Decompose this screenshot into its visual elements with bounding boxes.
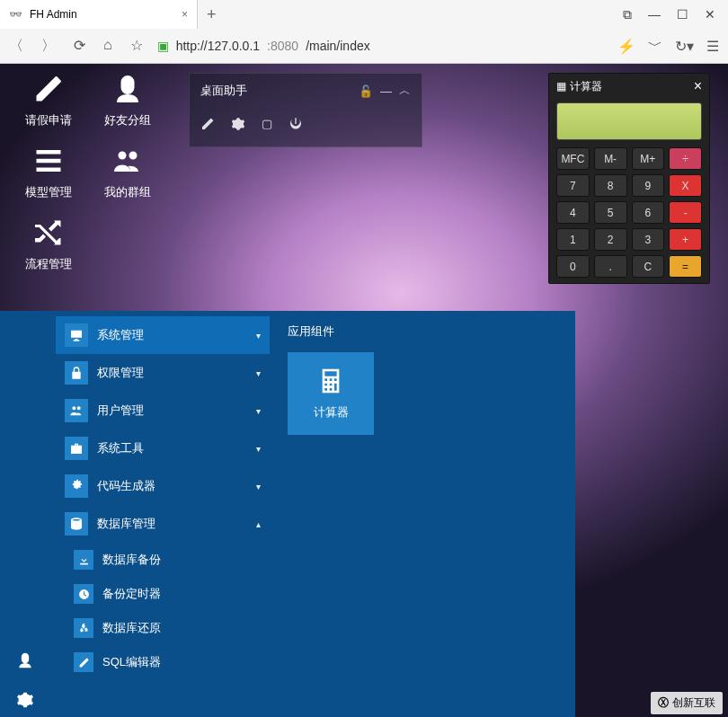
calculator-widget: ▦ 计算器 × MFCM-M+÷789X456-123+0.C= [548, 73, 710, 284]
desktop-icon-model-manage[interactable]: 模型管理 [9, 145, 88, 200]
browser-chrome: 👓 FH Admin × + ⧉ — ☐ ✕ 〈 〉 ⟳ ⌂ ☆ ▣ http:… [0, 0, 728, 64]
url-port: :8080 [267, 39, 298, 53]
submenu-item-label: SQL编辑器 [102, 654, 161, 670]
maximize-icon[interactable]: ☐ [677, 7, 688, 22]
briefcase-icon [65, 437, 88, 460]
edit-icon [32, 73, 65, 105]
tab-title: FH Admin [30, 8, 77, 21]
chevron-icon: ▾ [256, 482, 261, 491]
lock-icon [65, 361, 88, 385]
calc-key-X[interactable]: X [669, 174, 702, 197]
calc-key-=[interactable]: = [669, 255, 702, 278]
submenu-item-clock[interactable]: 备份定时器 [56, 577, 270, 611]
calc-key-÷[interactable]: ÷ [669, 147, 702, 170]
desktop-icon-my-groups[interactable]: 我的群组 [88, 145, 167, 200]
browser-tab[interactable]: 👓 FH Admin × [0, 0, 198, 29]
calc-key--[interactable]: - [669, 201, 702, 224]
users-icon [111, 145, 144, 177]
calc-key-7[interactable]: 7 [556, 174, 590, 197]
calc-key-C[interactable]: C [632, 255, 665, 278]
gear-icon[interactable] [231, 117, 245, 134]
calc-key-.[interactable]: . [594, 255, 627, 278]
forward-icon[interactable]: 〉 [41, 37, 56, 56]
download-icon [74, 550, 93, 570]
bolt-icon[interactable]: ⚡ [617, 38, 635, 55]
desktop-icon-friend-group[interactable]: 好友分组 [88, 73, 167, 128]
database-icon [65, 512, 88, 536]
square-icon[interactable]: ▢ [262, 117, 272, 134]
window-controls: ⧉ — ☐ ✕ [623, 7, 728, 22]
chevron-icon: ▾ [256, 368, 261, 378]
desktop-icon-label: 请假申请 [25, 112, 72, 128]
new-tab-button[interactable]: + [198, 5, 226, 24]
submenu-item-edit[interactable]: SQL编辑器 [56, 645, 270, 679]
calculator-display [556, 102, 702, 140]
desktop-icon-flow-manage[interactable]: 流程管理 [9, 217, 88, 272]
calc-key-M-[interactable]: M- [594, 147, 627, 170]
user-icon [111, 73, 144, 105]
calc-key-0[interactable]: 0 [556, 255, 590, 278]
close-window-icon[interactable]: ✕ [705, 7, 715, 22]
user-icon[interactable] [16, 651, 34, 669]
assistant-title: 桌面助手 [200, 83, 351, 99]
address-bar[interactable]: ▣ http://127.0.0.1:8080/main/index [157, 39, 603, 53]
menu-item-users[interactable]: 用户管理▾ [56, 392, 270, 429]
chevron-icon: ▾ [256, 406, 261, 416]
app-tile-calculator[interactable]: 计算器 [288, 352, 374, 435]
menu-icon[interactable]: ☰ [706, 38, 719, 55]
desktop-icon-leave-apply[interactable]: 请假申请 [9, 73, 88, 128]
submenu-item-download[interactable]: 数据库备份 [56, 543, 270, 577]
calc-key-5[interactable]: 5 [594, 201, 627, 224]
tab-bar: 👓 FH Admin × + ⧉ — ☐ ✕ [0, 0, 728, 29]
users-icon [65, 399, 88, 422]
edit-icon [74, 652, 93, 672]
reload-icon[interactable]: ⟳ [74, 37, 85, 56]
start-menu: 系统管理▾权限管理▾用户管理▾系统工具▾代码生成器▾数据库管理▴数据库备份备份定… [0, 311, 575, 717]
close-icon[interactable]: × [694, 78, 702, 94]
monitor-icon [65, 323, 88, 347]
calc-key-4[interactable]: 4 [556, 201, 590, 224]
calc-key-2[interactable]: 2 [594, 228, 627, 251]
submenu-item-recycle[interactable]: 数据库还原 [56, 611, 270, 645]
calculator-title: 计算器 [570, 79, 694, 94]
calc-key-3[interactable]: 3 [632, 228, 665, 251]
menu-item-database[interactable]: 数据库管理▴ [56, 505, 270, 543]
chevron-down-icon[interactable]: ﹀ [648, 37, 662, 56]
desktop-icon-label: 好友分组 [104, 112, 151, 128]
desktop-icon-grid: 请假申请好友分组模型管理我的群组流程管理 [9, 73, 167, 272]
minimize-icon[interactable]: — [648, 7, 661, 22]
chevron-up-icon[interactable]: ︿ [399, 83, 411, 99]
back-icon[interactable]: 〈 [9, 37, 23, 56]
apps-header: 应用组件 [288, 323, 374, 340]
menu-item-label: 系统工具 [97, 440, 247, 456]
power-icon[interactable] [289, 117, 303, 134]
favorite-icon[interactable]: ☆ [130, 37, 143, 56]
calc-key-1[interactable]: 1 [556, 228, 590, 251]
settings-icon[interactable] [16, 691, 34, 709]
minus-icon[interactable]: — [380, 84, 392, 98]
calc-key-MFC[interactable]: MFC [556, 147, 590, 170]
submenu-item-label: 数据库备份 [102, 552, 161, 568]
menu-item-label: 系统管理 [97, 327, 247, 343]
desktop-icon-label: 模型管理 [25, 184, 72, 200]
list-icon [32, 145, 65, 177]
menu-item-label: 权限管理 [97, 365, 247, 381]
calc-key-+[interactable]: + [669, 228, 702, 251]
close-icon[interactable]: × [182, 8, 188, 21]
edit-icon[interactable] [200, 117, 215, 134]
restore-icon[interactable]: ⧉ [623, 7, 632, 22]
home-icon[interactable]: ⌂ [103, 37, 112, 56]
desktop-icon-label: 流程管理 [25, 256, 72, 272]
menu-item-lock[interactable]: 权限管理▾ [56, 354, 270, 392]
desktop: 请假申请好友分组模型管理我的群组流程管理 桌面助手 🔓 — ︿ ▢ ▦ 计算器 … [0, 64, 728, 717]
calc-key-8[interactable]: 8 [594, 174, 627, 197]
menu-item-briefcase[interactable]: 系统工具▾ [56, 429, 270, 467]
calc-key-9[interactable]: 9 [632, 174, 665, 197]
calc-key-6[interactable]: 6 [632, 201, 665, 224]
recycle-icon [74, 618, 93, 638]
menu-item-cogs[interactable]: 代码生成器▾ [56, 467, 270, 505]
unlock-icon[interactable]: 🔓 [359, 84, 373, 98]
calc-key-M+[interactable]: M+ [632, 147, 665, 170]
menu-item-monitor[interactable]: 系统管理▾ [56, 316, 270, 354]
refresh-icon[interactable]: ↻▾ [675, 38, 694, 55]
